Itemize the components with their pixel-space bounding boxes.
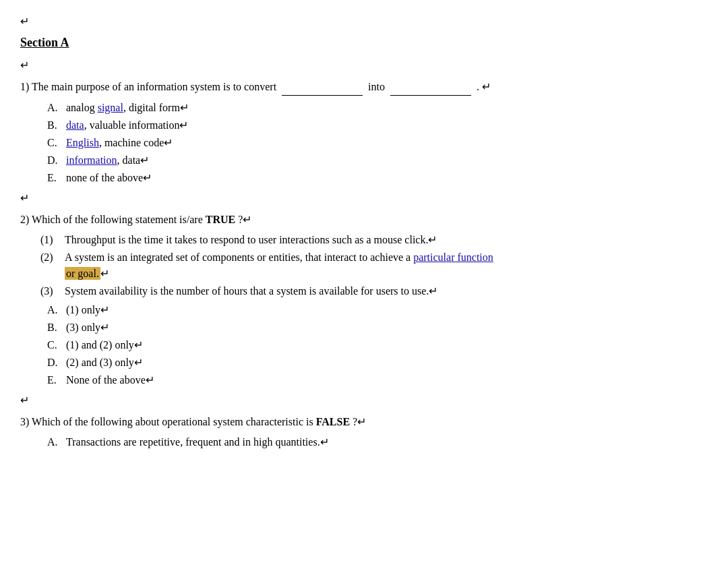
q1-option-a-label: A. [47,100,61,116]
q2-options: A. (1) only↵ B. (3) only↵ C. (1) and (2)… [20,302,708,388]
q1-option-d-text: information, data↵ [66,152,149,169]
q3-option-a-label: A. [47,434,61,450]
q2-sub-3-label: (3) [40,283,59,299]
question-1: 1) The main purpose of an information sy… [20,79,708,186]
q2-text: Which of the following statement is/are [32,214,206,225]
q2-option-d: D. (2) and (3) only↵ [47,355,708,371]
q1-option-b-text: data, valuable information↵ [66,117,188,133]
q2-sub-1: (1) Throughput is the time it takes to r… [40,232,708,248]
top-return: ↵ [20,13,708,30]
q2-option-c-label: C. [47,337,61,353]
q3-option-a: A. Transactions are repetitive, frequent… [47,434,708,450]
q1-blank2 [390,79,471,96]
q2-option-e: E. None of the above↵ [47,372,708,388]
q2-sub-statements: (1) Throughput is the time it takes to r… [20,232,708,299]
q2-option-b-label: B. [47,320,61,336]
q3-number: 3) [20,416,32,427]
q1-text-before: The main purpose of an information syste… [32,81,279,92]
return-2: ↵ [20,190,708,206]
q2-option-d-label: D. [47,355,61,371]
q1-option-c: C. English, machine code↵ [47,135,708,151]
q2-sub-3-text: System availability is the number of hou… [65,283,437,299]
q3-text-after: ?↵ [353,416,366,427]
q2-option-d-text: (2) and (3) only↵ [66,355,143,371]
question-3: 3) Which of the following about operatio… [20,414,708,450]
q1-data: data [66,119,84,131]
q3-options: A. Transactions are repetitive, frequent… [20,434,708,450]
q1-information: information [66,154,117,166]
q1-option-e-label: E. [47,170,61,186]
question-2: 2) Which of the following statement is/a… [20,212,708,388]
q3-bold: FALSE [316,416,350,427]
q1-blank1 [282,79,363,96]
q1-option-a: A. analog signal, digital form↵ [47,100,708,116]
q1-option-e: E. none of the above↵ [47,170,708,186]
q2-sub-1-label: (1) [40,232,59,248]
q3-option-a-text: Transactions are repetitive, frequent an… [66,434,329,450]
q1-option-a-text: analog signal, digital form↵ [66,100,189,116]
q1-return: ↵ [482,81,491,92]
q1-text-after: . [477,81,479,92]
q1-option-c-text: English, machine code↵ [66,135,173,151]
q2-option-e-text: None of the above↵ [66,372,154,388]
q2-option-b-text: (3) only↵ [66,320,109,336]
q2-option-a: A. (1) only↵ [47,302,708,318]
q1-options: A. analog signal, digital form↵ B. data,… [20,100,708,186]
section-title: Section A [20,34,708,52]
q1-option-c-label: C. [47,135,61,151]
q1-option-b: B. data, valuable information↵ [47,117,708,133]
q1-option-d-label: D. [47,152,61,169]
q2-sub-3: (3) System availability is the number of… [40,283,708,299]
q2-option-a-label: A. [47,302,61,318]
q2-particular-function: particular function [413,251,493,263]
q2-text-after: ?↵ [238,214,251,225]
q2-bold: TRUE [206,214,235,225]
q1-option-e-text: none of the above↵ [66,170,152,186]
q2-sub-2-text: A system is an integrated set of compone… [65,249,493,282]
q2-option-c-text: (1) and (2) only↵ [66,337,143,353]
q2-sub-2-label: (2) [40,249,59,266]
q2-sub-1-text: Throughput is the time it takes to respo… [65,232,437,248]
question-2-text: 2) Which of the following statement is/a… [20,212,708,228]
q1-signal: signal [98,102,123,113]
q2-option-b: B. (3) only↵ [47,320,708,336]
q1-english: English [66,137,99,148]
question-3-text: 3) Which of the following about operatio… [20,414,708,430]
return-1: ↵ [20,57,708,73]
question-1-text: 1) The main purpose of an information sy… [20,79,708,96]
q2-option-e-label: E. [47,372,61,388]
q2-option-a-text: (1) only↵ [66,302,109,318]
q1-option-d: D. information, data↵ [47,152,708,169]
q1-text-between: into [368,81,388,92]
q2-option-c: C. (1) and (2) only↵ [47,337,708,353]
q3-text: Which of the following about operational… [32,416,316,427]
q1-option-b-label: B. [47,117,61,133]
q2-number: 2) [20,214,32,225]
q2-or-goal: or goal. [65,267,100,280]
q1-number: 1) [20,81,29,92]
q2-sub-2: (2) A system is an integrated set of com… [40,249,708,282]
return-3: ↵ [20,392,708,409]
document-container: ↵ Section A ↵ 1) The main purpose of an … [20,13,708,450]
